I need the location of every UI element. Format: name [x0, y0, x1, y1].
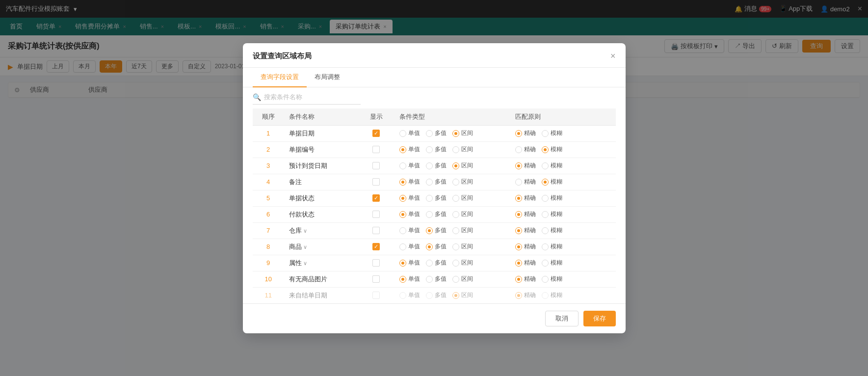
- search-icon: 🔍: [253, 93, 261, 101]
- modal-title: 设置查询区域布局: [253, 52, 312, 61]
- modal-close-btn[interactable]: ×: [610, 51, 616, 61]
- modal-overlay: 设置查询区域布局 × 查询字段设置 布局调整 🔍 顺序 条件名称 显示: [0, 0, 868, 104]
- modal-tab-query-fields[interactable]: 查询字段设置: [253, 68, 307, 87]
- modal-header: 设置查询区域布局 ×: [243, 43, 626, 68]
- modal-search-area: 🔍: [243, 87, 626, 105]
- modal-tab-layout-adjust[interactable]: 布局调整: [307, 68, 348, 87]
- search-input[interactable]: [264, 93, 352, 101]
- modal: 设置查询区域布局 × 查询字段设置 布局调整 🔍 顺序 条件名称 显示: [243, 43, 626, 105]
- modal-tabs: 查询字段设置 布局调整: [243, 68, 626, 87]
- search-box: 🔍: [253, 93, 361, 105]
